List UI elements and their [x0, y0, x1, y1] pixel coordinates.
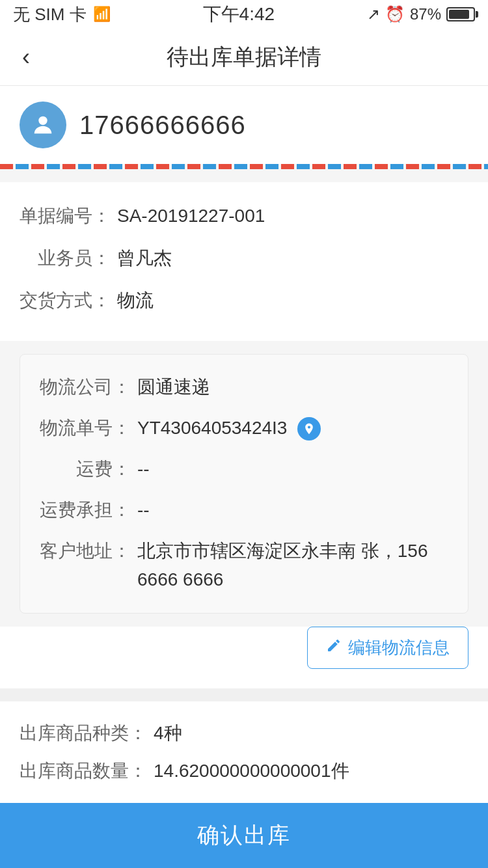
products-types-label: 出库商品种类： — [20, 721, 147, 746]
tracking-num-wrap: YT43064053424I3 — [131, 414, 321, 443]
logistics-company-value: 圆通速递 — [137, 373, 448, 402]
status-left: 无 SIM 卡 ‪📶 — [13, 3, 111, 26]
confirm-bar[interactable]: 确认出库 — [0, 803, 488, 868]
products-quantity-value: 14.620000000000001件 — [154, 759, 349, 783]
freight-bearer-label: 运费承担： — [40, 496, 131, 525]
products-quantity-row: 出库商品数量： 14.620000000000001件 — [20, 759, 468, 783]
status-right: ↗ ⏰ 87% — [367, 5, 475, 23]
location-status-icon: ↗ — [367, 5, 380, 23]
navigation-bar: ‹ 待出库单据详情 — [0, 29, 488, 86]
salesman-row: 业务员： 曾凡杰 — [20, 244, 468, 273]
edit-icon — [326, 638, 342, 658]
salesman-value: 曾凡杰 — [117, 244, 468, 273]
alarm-icon: ⏰ — [385, 5, 405, 23]
user-header: 17666666666 — [0, 86, 488, 164]
section-divider — [0, 688, 488, 701]
edit-logistics-button[interactable]: 编辑物流信息 — [307, 627, 468, 669]
tracking-num-row: 物流单号： YT43064053424I3 — [40, 414, 448, 443]
doc-num-label: 单据编号： — [20, 202, 111, 231]
carrier-text: 无 SIM 卡 — [13, 3, 87, 26]
dashed-separator — [0, 164, 488, 169]
map-pin-icon[interactable] — [297, 417, 321, 441]
svg-point-0 — [38, 116, 47, 125]
delivery-label: 交货方式： — [20, 286, 111, 316]
freight-bearer-row: 运费承担： -- — [40, 496, 448, 525]
products-types-row: 出库商品种类： 4种 — [20, 721, 468, 746]
logistics-company-label: 物流公司： — [40, 373, 131, 402]
document-info-section: 单据编号： SA-20191227-001 业务员： 曾凡杰 交货方式： 物流 — [0, 182, 488, 341]
wifi-icon: ‪📶 — [93, 6, 111, 23]
products-types-value: 4种 — [154, 721, 182, 746]
freight-label: 运费： — [40, 455, 131, 484]
back-button[interactable]: ‹ — [16, 37, 36, 77]
address-value: 北京市市辖区海淀区永丰南 张，156 6666 6666 — [137, 537, 448, 595]
logistics-card: 物流公司： 圆通速递 物流单号： YT43064053424I3 运费： -- … — [20, 354, 468, 614]
freight-row: 运费： -- — [40, 455, 448, 484]
battery-percentage: 87% — [410, 5, 441, 23]
page-title: 待出库单据详情 — [167, 42, 321, 72]
status-time: 下午4:42 — [203, 2, 275, 27]
user-phone: 17666666666 — [79, 111, 246, 140]
avatar — [20, 102, 66, 148]
freight-value: -- — [137, 455, 448, 484]
tracking-value: YT43064053424I3 — [137, 414, 287, 443]
tracking-label: 物流单号： — [40, 414, 131, 443]
delivery-row: 交货方式： 物流 — [20, 286, 468, 316]
logistics-company-row: 物流公司： 圆通速递 — [40, 373, 448, 402]
address-row: 客户地址： 北京市市辖区海淀区永丰南 张，156 6666 6666 — [40, 537, 448, 595]
doc-num-row: 单据编号： SA-20191227-001 — [20, 202, 468, 231]
salesman-label: 业务员： — [20, 244, 111, 273]
status-bar: 无 SIM 卡 ‪📶 下午4:42 ↗ ⏰ 87% — [0, 0, 488, 29]
address-label: 客户地址： — [40, 537, 131, 566]
products-section: 出库商品种类： 4种 出库商品数量： 14.620000000000001件 — [0, 701, 488, 809]
freight-bearer-value: -- — [137, 496, 448, 525]
edit-logistics-container: 编辑物流信息 — [0, 627, 488, 688]
confirm-button-label: 确认出库 — [197, 821, 291, 850]
battery-icon — [446, 7, 475, 21]
delivery-value: 物流 — [117, 286, 468, 316]
doc-num-value: SA-20191227-001 — [117, 202, 468, 231]
products-quantity-label: 出库商品数量： — [20, 759, 147, 783]
edit-logistics-label: 编辑物流信息 — [348, 636, 450, 659]
